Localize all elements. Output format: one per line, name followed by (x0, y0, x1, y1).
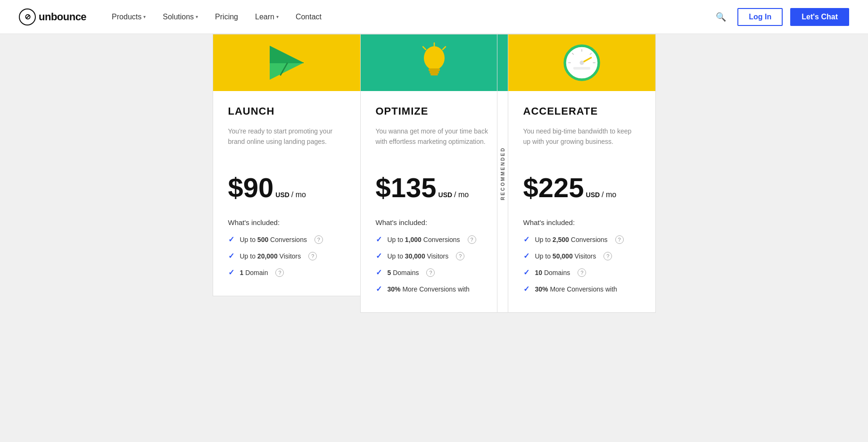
nav-links: Products ▾ Solutions ▾ Pricing Learn ▾ C… (105, 9, 712, 25)
check-icon: ✓ (523, 251, 529, 260)
recommended-text: RECOMMENDED (500, 147, 505, 200)
list-item: ✓ Up to 30,000 Visitors ? (376, 251, 493, 260)
recommended-badge: RECOMMENDED (497, 34, 508, 312)
optimize-name: OPTIMIZE (376, 105, 493, 117)
optimize-features: ✓ Up to 1,000 Conversions ? ✓ Up to 30,0… (376, 235, 493, 293)
nav-contact[interactable]: Contact (289, 9, 328, 25)
optimize-whats-included: What's included: (376, 218, 493, 226)
optimize-currency: USD (438, 191, 453, 199)
svg-point-4 (424, 46, 445, 70)
logo[interactable]: ⊘ unbounce (19, 8, 86, 25)
feature-text: Up to 500 Conversions (240, 236, 307, 243)
feature-text: Up to 2,500 Conversions (535, 236, 608, 243)
list-item: ✓ Up to 500 Conversions ? (228, 235, 345, 244)
feature-text: Up to 50,000 Visitors (535, 252, 596, 260)
check-icon: ✓ (523, 235, 529, 244)
feature-text: Up to 1,000 Conversions (388, 236, 460, 243)
launch-per: / mo (291, 191, 306, 199)
svg-rect-6 (430, 71, 439, 74)
accelerate-currency: USD (586, 191, 600, 199)
optimize-price: $135 USD / mo (376, 174, 493, 201)
optimize-per: / mo (454, 191, 469, 199)
svg-rect-7 (430, 74, 438, 75)
launch-whats-included: What's included: (228, 218, 345, 226)
svg-rect-20 (573, 67, 590, 69)
check-icon: ✓ (228, 268, 234, 277)
accelerate-desc: You need big-time bandwidth to keep up w… (523, 126, 640, 160)
info-icon[interactable]: ? (578, 268, 586, 277)
feature-text: 5 Domains (388, 269, 419, 276)
gauge-icon (561, 42, 603, 84)
optimize-price-amount: $135 (376, 174, 437, 201)
check-icon: ✓ (228, 235, 234, 244)
plan-optimize: RECOMMENDED OPTIMIZE You wanna get more … (360, 34, 508, 313)
pricing-cards: LAUNCH You're ready to start promoting y… (213, 34, 656, 414)
feature-text: 30% More Conversions with (388, 285, 470, 293)
logo-text: unbounce (39, 11, 86, 23)
accelerate-price-amount: $225 (523, 174, 584, 201)
feature-text: 10 Domains (535, 269, 570, 276)
chevron-down-icon: ▾ (143, 14, 146, 19)
check-icon: ✓ (376, 284, 382, 293)
search-button[interactable]: 🔍 (712, 8, 730, 26)
info-icon[interactable]: ? (314, 235, 323, 244)
nav-products[interactable]: Products ▾ (105, 9, 152, 25)
info-icon[interactable]: ? (615, 235, 624, 244)
list-item: ✓ 1 Domain ? (228, 268, 345, 277)
optimize-body: OPTIMIZE You wanna get more of your time… (361, 91, 508, 293)
check-icon: ✓ (228, 251, 234, 260)
info-icon[interactable]: ? (426, 268, 435, 277)
launch-desc: You're ready to start promoting your bra… (228, 126, 345, 160)
bulb-icon (415, 42, 453, 84)
search-icon: 🔍 (716, 12, 726, 22)
info-icon[interactable]: ? (456, 252, 464, 260)
list-item: ✓ Up to 1,000 Conversions ? (376, 235, 493, 244)
check-icon: ✓ (523, 268, 529, 277)
pricing-section: LAUNCH You're ready to start promoting y… (0, 34, 868, 442)
launch-name: LAUNCH (228, 105, 345, 117)
nav-pricing[interactable]: Pricing (208, 9, 245, 25)
launch-image (213, 34, 360, 91)
launch-body: LAUNCH You're ready to start promoting y… (213, 91, 360, 277)
info-icon[interactable]: ? (468, 235, 476, 244)
list-item: ✓ 10 Domains ? (523, 268, 640, 277)
accelerate-whats-included: What's included: (523, 218, 640, 226)
optimize-image (361, 34, 508, 91)
accelerate-name: ACCELERATE (523, 105, 640, 117)
feature-text: 30% More Conversions with (535, 285, 617, 293)
svg-rect-5 (429, 68, 440, 71)
feature-text: Up to 20,000 Visitors (240, 252, 301, 260)
check-icon: ✓ (376, 268, 382, 277)
login-button[interactable]: Log In (737, 8, 783, 26)
check-icon: ✓ (376, 251, 382, 260)
optimize-desc: You wanna get more of your time back wit… (376, 126, 493, 160)
nav-solutions[interactable]: Solutions ▾ (156, 9, 205, 25)
list-item: ✓ Up to 2,500 Conversions ? (523, 235, 640, 244)
navbar: ⊘ unbounce Products ▾ Solutions ▾ Pricin… (0, 0, 868, 34)
info-icon[interactable]: ? (308, 252, 317, 260)
chevron-down-icon: ▾ (276, 14, 279, 19)
svg-marker-1 (270, 46, 304, 63)
feature-text: Up to 30,000 Visitors (388, 252, 449, 260)
accelerate-image (508, 34, 655, 91)
svg-point-19 (579, 61, 584, 65)
accelerate-price: $225 USD / mo (523, 174, 640, 201)
list-item: ✓ 5 Domains ? (376, 268, 493, 277)
check-icon: ✓ (523, 284, 529, 293)
accelerate-features: ✓ Up to 2,500 Conversions ? ✓ Up to 50,0… (523, 235, 640, 293)
logo-icon: ⊘ (19, 8, 36, 25)
launch-price-amount: $90 (228, 174, 274, 201)
svg-line-9 (423, 47, 426, 50)
list-item: ✓ Up to 20,000 Visitors ? (228, 251, 345, 260)
info-icon[interactable]: ? (275, 268, 284, 277)
list-item: ✓ Up to 50,000 Visitors ? (523, 251, 640, 260)
check-icon: ✓ (376, 235, 382, 244)
lets-chat-button[interactable]: Let's Chat (790, 8, 849, 26)
info-icon[interactable]: ? (603, 252, 612, 260)
list-item: ✓ 30% More Conversions with (523, 284, 640, 293)
launch-features: ✓ Up to 500 Conversions ? ✓ Up to 20,000… (228, 235, 345, 277)
nav-actions: 🔍 Log In Let's Chat (712, 8, 849, 26)
launch-currency: USD (275, 191, 289, 199)
nav-learn[interactable]: Learn ▾ (248, 9, 285, 25)
svg-line-10 (443, 47, 446, 50)
